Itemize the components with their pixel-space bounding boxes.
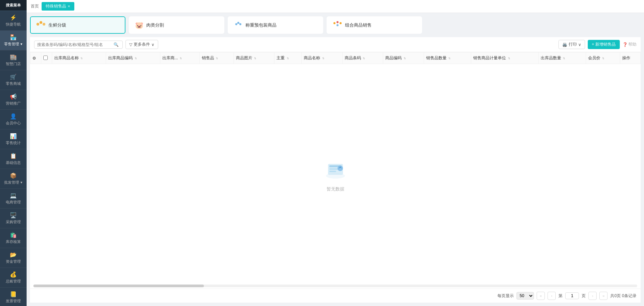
sidebar-item-retail-mall[interactable]: 🛒 零售商城 (0, 70, 27, 90)
tab-card-combo-sale[interactable]: 组合商品销售 (327, 16, 422, 34)
sidebar-item-marketing[interactable]: 📢 营销推广 (0, 90, 27, 110)
tab-card-fresh-grade[interactable]: 生鲜分级 (30, 16, 125, 34)
col-member-price[interactable]: 会员价 ⇅ (586, 52, 620, 64)
col-checkbox[interactable] (41, 52, 52, 64)
sidebar-item-purchase-mgmt[interactable]: 🛍️ 库存核算 (0, 228, 27, 248)
sort-image-icon[interactable]: ⇅ (254, 57, 256, 60)
combo-sale-icon (333, 20, 342, 30)
page-input[interactable] (565, 292, 579, 299)
sidebar-item-general-ledger[interactable]: 📒 发票管理 (0, 288, 27, 306)
col-product-name[interactable]: 商品名称 ⇅ (302, 52, 342, 64)
svg-point-10 (340, 22, 342, 24)
col-sale-unit[interactable]: 销售商品计量单位 ⇅ (471, 52, 538, 64)
sidebar-item-wholesale-mgmt[interactable]: 📦 批发管理 ▾ (0, 169, 27, 189)
filter-button[interactable]: ▽ 更多条件 ∨ (125, 40, 158, 49)
settings-col-icon: ⚙ (32, 56, 36, 61)
sort-sale-item-icon[interactable]: ⇅ (216, 57, 218, 60)
sidebar-label-marketing: 营销推广 (6, 101, 21, 106)
sort-product-code-icon[interactable]: ⇅ (404, 57, 406, 60)
finance-icon: 💰 (10, 271, 17, 278)
per-page-select[interactable]: 50 10 20 100 (516, 292, 534, 300)
last-page-button[interactable]: » (599, 292, 608, 300)
col-operation-label: 操作 (622, 56, 630, 60)
sort-sale-unit-icon[interactable]: ⇅ (508, 57, 510, 60)
select-all-checkbox[interactable] (43, 56, 48, 60)
add-button[interactable]: + 新增销售品 (588, 40, 620, 49)
svg-point-0 (36, 23, 39, 26)
sort-out-code-icon[interactable]: ⇅ (135, 57, 137, 60)
sort-weight-icon[interactable]: ⇅ (287, 57, 289, 60)
sort-product-name-icon[interactable]: ⇅ (322, 57, 325, 60)
fresh-grade-icon (36, 20, 46, 30)
sort-barcode-icon[interactable]: ⇅ (363, 57, 365, 60)
sidebar-label-quick-nav: 快捷导航 (6, 22, 21, 27)
sidebar-item-smart-store[interactable]: 🏬 智慧门店 (0, 50, 27, 70)
scrollbar-thumb[interactable] (33, 285, 204, 287)
sort-out-spec-icon[interactable]: ⇅ (180, 57, 182, 60)
first-page-button[interactable]: « (537, 292, 545, 300)
col-settings[interactable]: ⚙ (30, 52, 41, 64)
svg-point-17 (338, 166, 343, 171)
sidebar-label-smart-store: 智慧门店 (6, 61, 21, 66)
tab-card-meat-cut[interactable]: 🐷 肉类分割 (129, 16, 224, 34)
search-input[interactable] (37, 42, 112, 47)
col-sale-item[interactable]: 销售品 ⇅ (199, 52, 234, 64)
member-center-icon: 👤 (10, 113, 17, 120)
filter-arrow-icon: ∨ (151, 42, 154, 47)
topbar-home[interactable]: 首页 (31, 3, 39, 9)
sort-sale-qty-icon[interactable]: ⇅ (448, 57, 451, 60)
add-label: + 新增销售品 (592, 42, 616, 47)
sidebar-item-member-center[interactable]: 👤 会员中心 (0, 110, 27, 129)
sidebar-item-inventory[interactable]: 📂 资金管理 (0, 248, 27, 268)
sort-member-price-icon[interactable]: ⇅ (602, 57, 604, 60)
col-out-name[interactable]: 出库商品名称 ⇅ (52, 52, 106, 64)
empty-icon (322, 155, 349, 183)
col-product-code[interactable]: 商品编码 ⇅ (383, 52, 424, 64)
retail-mall-icon: 🛒 (10, 74, 17, 80)
col-barcode[interactable]: 商品条码 ⇅ (342, 52, 383, 64)
sidebar-label-retail-mall: 零售商城 (6, 81, 21, 86)
topbar-tab-label: 特殊销售品 (46, 3, 66, 9)
sidebar-item-quick-nav[interactable]: ⚡ 快捷导航 (0, 11, 27, 31)
next-page-button[interactable]: › (588, 292, 597, 300)
print-button[interactable]: 🖨️ 打印 ∨ (558, 40, 585, 49)
col-image[interactable]: 商品图片 ⇅ (234, 52, 274, 64)
sidebar-item-ecom-mgmt[interactable]: 🖥️ 采购管理 (0, 209, 27, 228)
tab-card-weight-pack[interactable]: 称重预包装商品 (228, 16, 323, 34)
scrollbar-area[interactable] (30, 283, 641, 289)
sidebar-item-mini-ecom[interactable]: 💻 电商管理 (0, 189, 27, 209)
sidebar-logo[interactable]: 搜索菜单 (0, 0, 27, 11)
topbar-active-tab[interactable]: 特殊销售品 ✕ (42, 2, 74, 11)
col-out-code[interactable]: 出库商品编码 ⇅ (106, 52, 160, 64)
sidebar-item-retail-stats[interactable]: 📊 零售统计 (0, 129, 27, 149)
page-suffix-label: 页 (582, 293, 586, 299)
sidebar-item-retail-mgmt[interactable]: 🏪 零售管理 ▾ (0, 31, 27, 50)
col-weight[interactable]: 主重 ⇅ (274, 52, 302, 64)
empty-text: 暂无数据 (327, 186, 344, 192)
main-area: 首页 特殊销售品 ✕ 生鲜分级 🐷 肉类分割 (27, 0, 644, 306)
filter-label: 更多条件 (134, 42, 150, 47)
col-out-spec[interactable]: 出库商... ⇅ (160, 52, 199, 64)
col-out-qty[interactable]: 出库品数量 ⇅ (538, 52, 586, 64)
col-operation: 操作 (620, 52, 640, 64)
topbar-tab-close[interactable]: ✕ (68, 4, 70, 8)
col-sale-qty[interactable]: 销售品数量 ⇅ (424, 52, 471, 64)
sidebar-label-finance: 总账管理 (6, 279, 21, 284)
prev-page-button[interactable]: ‹ (548, 292, 556, 300)
table-wrap: 🔍 ▽ 更多条件 ∨ 🖨️ 打印 ∨ + 新增销售品 (30, 37, 641, 303)
svg-point-18 (340, 167, 341, 168)
col-weight-label: 主重 (276, 56, 285, 60)
weight-pack-icon (234, 20, 243, 30)
meat-cut-icon: 🐷 (135, 21, 144, 29)
search-icon[interactable]: 🔍 (114, 42, 119, 47)
topbar: 首页 特殊销售品 ✕ (27, 0, 644, 13)
marketing-icon: 📢 (10, 93, 17, 100)
print-icon: 🖨️ (562, 42, 567, 47)
sidebar-item-finance[interactable]: 💰 总账管理 (0, 268, 27, 288)
col-member-price-label: 会员价 (588, 56, 600, 60)
sort-out-qty-icon[interactable]: ⇅ (563, 57, 565, 60)
svg-rect-15 (329, 168, 339, 170)
sort-out-name-icon[interactable]: ⇅ (80, 57, 83, 60)
sidebar-item-basic-info[interactable]: 📋 基础信息 (0, 149, 27, 169)
help-button[interactable]: ❓ 帮助 (623, 42, 636, 47)
